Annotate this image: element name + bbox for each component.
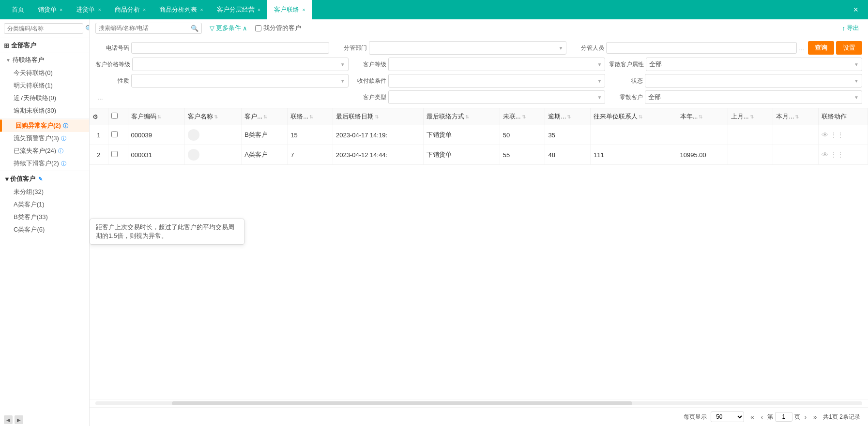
sidebar-group-value-customers[interactable]: ▼ 价值客户 ✎ xyxy=(0,172,89,186)
sidebar-item-today-pending[interactable]: 今天待联络(0) xyxy=(0,67,89,79)
row-num-1: 1 xyxy=(90,125,108,145)
nav-product-analysis-list[interactable]: 商品分析列表 × xyxy=(152,0,210,19)
sidebar-item-tomorrow-pending[interactable]: 明天待联络(1) xyxy=(0,79,89,92)
row-name-1 xyxy=(184,125,241,145)
view-icon-1[interactable]: 👁 xyxy=(822,131,828,139)
row-select-checkbox-1[interactable] xyxy=(111,131,118,137)
query-button[interactable]: 查询 xyxy=(808,41,834,55)
close-product-analysis-icon[interactable]: × xyxy=(143,7,146,13)
filter-retail-customer-select[interactable]: 全部 ▼ xyxy=(645,90,862,104)
first-page-button[interactable]: « xyxy=(748,412,756,422)
sidebar-item-ungrouped[interactable]: 未分组(32) xyxy=(0,186,89,198)
sidebar-item-churned[interactable]: 已流失客户(24) ⓘ xyxy=(0,145,89,157)
close-sales-order-icon[interactable]: × xyxy=(60,7,62,13)
edit-value-customers-icon[interactable]: ✎ xyxy=(38,176,43,182)
toolbar-search-input[interactable] xyxy=(99,25,191,31)
col-checkbox[interactable] xyxy=(108,108,128,125)
close-customer-tier-icon[interactable]: × xyxy=(258,7,260,13)
filter-price-grade-select[interactable]: ▼ xyxy=(132,58,349,71)
close-customer-contact-icon[interactable]: × xyxy=(302,7,305,13)
sidebar-item-class-a[interactable]: A类客户(1) xyxy=(0,198,89,211)
row-checkbox-2[interactable] xyxy=(108,145,128,165)
sidebar-item-overdue-contact[interactable]: 逾期未联络(30) xyxy=(0,104,89,117)
col-customer-code[interactable]: 客户编码⇅ xyxy=(128,108,184,125)
col-last-month[interactable]: 上月...⇅ xyxy=(728,108,773,125)
sidebar-item-class-c[interactable]: C类客户(6) xyxy=(0,223,89,236)
nav-customer-tier[interactable]: 客户分层经营 × xyxy=(210,0,267,19)
more-dots-icon[interactable]: ... xyxy=(799,44,804,52)
col-uncontacted[interactable]: 未联...⇅ xyxy=(500,108,545,125)
filter-payment-terms-select[interactable]: ▼ xyxy=(388,74,606,88)
more-conditions-button[interactable]: ▽ 更多条件 ∧ xyxy=(206,22,251,34)
col-this-year[interactable]: 本年...⇅ xyxy=(677,108,728,125)
sidebar-scroll-right-button[interactable]: ▶ xyxy=(15,415,23,424)
col-customer-name[interactable]: 客户名称⇅ xyxy=(184,108,241,125)
col-settings[interactable]: ⚙ xyxy=(90,108,108,125)
more-icon-2[interactable]: ⋮⋮ xyxy=(830,151,844,159)
scrollbar-thumb[interactable] xyxy=(172,401,632,405)
filter-customer-type-select[interactable]: ▼ xyxy=(388,90,606,104)
sidebar-item-week-pending[interactable]: 近7天待联络(0) xyxy=(0,92,89,104)
filter-phone-input[interactable] xyxy=(131,42,329,54)
my-customers-checkbox[interactable] xyxy=(255,25,261,31)
row-last-method-1[interactable]: 下销货单 xyxy=(423,125,500,145)
export-button[interactable]: ↑ 导出 xyxy=(839,22,863,34)
more-icon-1[interactable]: ⋮⋮ xyxy=(830,131,844,139)
sidebar-search-button[interactable]: 🔍 xyxy=(85,25,90,32)
sidebar-item-class-b[interactable]: B类客户(33) xyxy=(0,211,89,223)
row-last-method-2[interactable]: 下销货单 xyxy=(423,145,500,165)
page-number-input[interactable] xyxy=(775,412,792,422)
sidebar-item-churn-warning[interactable]: 流失预警客户(3) ⓘ xyxy=(0,132,89,145)
settings-icon[interactable]: ⚙ xyxy=(92,113,98,120)
expand-filter-dots[interactable]: ... xyxy=(95,93,105,101)
sidebar-item-repurchase-anomaly[interactable]: 回购异常客户(2) ⓘ xyxy=(2,119,89,132)
toolbar-search-icon[interactable]: 🔍 xyxy=(191,25,198,32)
col-customer-type[interactable]: 客户...⇅ xyxy=(242,108,288,125)
col-contacts-person[interactable]: 往来单位联系人⇅ xyxy=(591,108,677,125)
sidebar-search-input[interactable] xyxy=(4,23,83,34)
close-purchase-order-icon[interactable]: × xyxy=(98,7,101,13)
close-product-analysis-list-icon[interactable]: × xyxy=(200,7,203,13)
settings-button[interactable]: 设置 xyxy=(836,41,862,55)
sidebar-item-declining[interactable]: 持续下滑客户(2) ⓘ xyxy=(0,157,89,170)
prev-page-button[interactable]: ‹ xyxy=(758,412,765,422)
my-customers-checkbox-label[interactable]: 我分管的客户 xyxy=(255,24,301,32)
nav-sales-order[interactable]: 销货单 × xyxy=(31,0,69,19)
row-this-month-1 xyxy=(773,125,819,145)
sidebar-scroll-left-button[interactable]: ◀ xyxy=(4,415,13,424)
col-overdue[interactable]: 逾期...⇅ xyxy=(545,108,591,125)
row-select-checkbox-2[interactable] xyxy=(111,151,118,157)
avatar-1 xyxy=(188,129,199,141)
chevron-down-icon: ∧ xyxy=(243,25,247,32)
sidebar-all-customers-header[interactable]: ⊞ 全部客户 xyxy=(0,38,89,53)
page-size-select[interactable]: 50 100 200 xyxy=(711,411,744,422)
nav-customer-contact[interactable]: 客户联络 × xyxy=(267,0,312,19)
col-contact-count[interactable]: 联络...⇅ xyxy=(288,108,333,125)
nav-purchase-order[interactable]: 进货单 × xyxy=(69,0,107,19)
row-last-date-1: 2023-04-17 14:19: xyxy=(333,125,423,145)
col-last-contact-method[interactable]: 最后联络方式⇅ xyxy=(423,108,500,125)
row-checkbox-1[interactable] xyxy=(108,125,128,145)
filter-customer-grade-select[interactable]: ▼ xyxy=(388,58,606,71)
filter-branch-person: 分管人员 ... xyxy=(570,42,804,54)
filter-branch-person-input[interactable] xyxy=(606,42,797,54)
view-icon-2[interactable]: 👁 xyxy=(822,151,828,159)
row-contact-count-2: 7 xyxy=(288,145,333,165)
sidebar-group-pending-contact[interactable]: ▼ 待联络客户 xyxy=(0,53,89,67)
nav-product-analysis[interactable]: 商品分析 × xyxy=(108,0,152,19)
filter-nature: 性质 ▼ xyxy=(95,74,349,88)
nav-home[interactable]: 首页 xyxy=(5,0,31,19)
filter-nature-select[interactable]: ▼ xyxy=(131,74,349,88)
select-all-checkbox[interactable] xyxy=(111,113,118,119)
chevron-down-icon: ▼ xyxy=(340,78,345,84)
col-last-contact-date[interactable]: 最后联络日期⇅ xyxy=(333,108,423,125)
horizontal-scrollbar[interactable] xyxy=(95,401,862,405)
filter-branch-dept-select[interactable]: ▼ xyxy=(369,41,567,55)
filter-retail-attr-select[interactable]: 全部 ▼ xyxy=(646,58,862,71)
next-page-button[interactable]: › xyxy=(802,412,809,422)
row-code-1: 000039 xyxy=(128,125,184,145)
filter-status-select[interactable]: ▼ xyxy=(645,74,862,88)
col-this-month[interactable]: 本月...⇅ xyxy=(773,108,819,125)
last-page-button[interactable]: » xyxy=(811,412,819,422)
window-close-button[interactable]: × xyxy=(848,5,863,15)
